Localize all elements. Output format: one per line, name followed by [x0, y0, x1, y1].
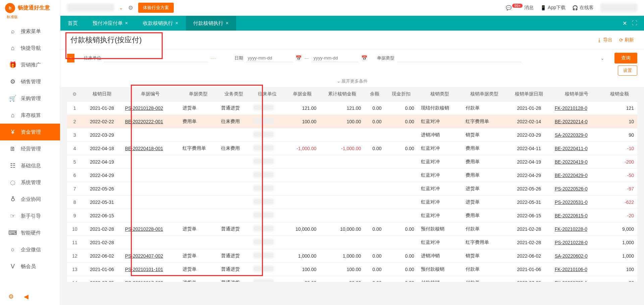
table-row[interactable]: 102021-02-28PS-20210228-001进货单普通进货10,000…: [67, 222, 637, 236]
writeoff-code-link[interactable]: BE-20220214-0: [551, 115, 602, 128]
expand-more-filters[interactable]: ⌄ 展开更多条件: [67, 76, 637, 87]
doc-code-link[interactable]: [122, 209, 179, 222]
doc-code-link[interactable]: [122, 236, 179, 249]
settings-button[interactable]: 设置: [618, 66, 637, 76]
doc-code-link[interactable]: PS-20210128-002: [122, 101, 179, 115]
sidebar-item[interactable]: ○企业微信: [0, 241, 60, 258]
doctype-input[interactable]: [397, 54, 521, 62]
tab[interactable]: 首页: [60, 16, 85, 31]
doc-code-link[interactable]: PS-20220407-002: [122, 249, 179, 263]
writeoff-code-link[interactable]: SA-20220602-0: [551, 249, 602, 263]
tab-close-all-icon[interactable]: ✕: [623, 20, 627, 27]
org-dropdown-icon[interactable]: ⌄: [119, 5, 123, 10]
date-to-input[interactable]: [312, 54, 359, 62]
sidebar-settings-icon[interactable]: ⚙: [8, 293, 14, 300]
doc-code-link[interactable]: BE-20220418-001: [122, 142, 179, 155]
tab-close-icon[interactable]: ✕: [175, 21, 178, 26]
column-header[interactable]: 现金折扣: [385, 87, 418, 101]
refresh-button[interactable]: ⟳ 刷新: [619, 37, 634, 43]
writeoff-code-link[interactable]: FK-20220725-1: [551, 276, 602, 282]
sidebar-item[interactable]: ◌系统管理: [0, 174, 60, 191]
table-row[interactable]: 42022-04-18BE-20220418-001红字费用单往来费用-1,00…: [67, 142, 637, 155]
app-download-button[interactable]: 📱 App下载: [540, 5, 566, 11]
writeoff-code-link[interactable]: SA-20220329-0: [551, 128, 602, 142]
column-header[interactable]: 往来单位: [250, 87, 284, 101]
column-header[interactable]: 余额: [364, 87, 385, 101]
table-row[interactable]: 82022-05-31红蓝对冲进货单2022-05-31PS-20220531-…: [67, 195, 637, 209]
column-header[interactable]: 核销单据号: [551, 87, 602, 101]
table-row[interactable]: 72022-05-26红蓝对冲进货单2022-05-26PS-20220526-…: [67, 182, 637, 195]
column-header[interactable]: 核销金额: [602, 87, 637, 101]
column-header[interactable]: 核销单据类型: [462, 87, 507, 101]
sidebar-item[interactable]: ⌂库存核算: [0, 107, 60, 124]
filter-collapse-icon[interactable]: ⌄: [600, 55, 604, 61]
table-row[interactable]: 132021-01-06PS-20210101-101进货单普通进货100.00…: [67, 263, 637, 276]
doc-code-link[interactable]: PS-20210817-002: [122, 276, 179, 282]
writeoff-code-link[interactable]: BE-20220615-0: [551, 209, 602, 222]
table-row[interactable]: 122022-06-02PS-20220407-002进货单普通进货1,000.…: [67, 249, 637, 263]
sidebar-item[interactable]: ☞新手引导: [0, 208, 60, 224]
doc-code-link[interactable]: [122, 169, 179, 182]
calendar-icon[interactable]: 📅: [361, 55, 368, 61]
sidebar-item[interactable]: 🎁营销推广: [0, 56, 60, 73]
column-header[interactable]: 单据金额: [284, 87, 320, 101]
writeoff-code-link[interactable]: PS-20220531-0: [551, 195, 602, 209]
column-header[interactable]: 业务类型: [218, 87, 250, 101]
sidebar-item[interactable]: ⌂快捷导航: [0, 40, 60, 56]
sidebar-collapse-icon[interactable]: ◀: [24, 293, 29, 300]
org-settings-icon[interactable]: ⚙: [128, 4, 133, 11]
writeoff-code-link[interactable]: BE-20220429-0: [551, 169, 602, 182]
column-header[interactable]: 单据类型: [179, 87, 218, 101]
writeoff-code-link[interactable]: FK-20210128-0: [551, 101, 602, 115]
doc-code-link[interactable]: [122, 182, 179, 195]
tab-close-icon[interactable]: ✕: [225, 21, 229, 26]
sidebar-item[interactable]: ♁企业协同: [0, 191, 60, 208]
writeoff-code-link[interactable]: PS-20210228-0: [551, 236, 602, 249]
sidebar-item[interactable]: ☷基础信息: [0, 157, 60, 174]
column-header[interactable]: 单据编号: [122, 87, 179, 101]
sidebar-item[interactable]: V畅会员: [0, 258, 60, 275]
sidebar-item[interactable]: ⌨智能硬件: [0, 224, 60, 241]
table-row[interactable]: 22022-02-22BE-20220222-001费用单往来费用100.001…: [67, 115, 637, 128]
writeoff-code-link[interactable]: BE-20220411-0: [551, 142, 602, 155]
doc-code-link[interactable]: PS-20210101-101: [122, 263, 179, 276]
sidebar-item[interactable]: ¥资金管理: [0, 124, 60, 140]
table-row[interactable]: 62022-04-29红蓝对冲费用单2022-04-29BE-20220429-…: [67, 169, 637, 182]
table-row[interactable]: 112021-02-28红蓝对冲红字费用单2021-02-28PS-202102…: [67, 236, 637, 249]
partner-lookup-icon[interactable]: ···: [211, 56, 216, 61]
messages-button[interactable]: 💬 99+ 消息: [506, 5, 534, 11]
partner-input[interactable]: [104, 54, 208, 62]
writeoff-code-link[interactable]: BE-20220419-0: [551, 155, 602, 169]
sidebar-item[interactable]: ⚙销售管理: [0, 73, 60, 90]
column-header[interactable]: 核销日期: [82, 87, 121, 101]
doc-code-link[interactable]: [122, 155, 179, 169]
data-table-scroll[interactable]: 核销日期单据编号单据类型业务类型往来单位单据金额累计核销金额余额现金折扣核销类型…: [67, 87, 637, 282]
trial-button[interactable]: 体验行业方案: [138, 3, 174, 13]
filter-expand-toggle[interactable]: »: [67, 54, 74, 62]
column-header[interactable]: 核销类型: [418, 87, 462, 101]
table-row[interactable]: 12021-01-28PS-20210128-002进货单普通进货121.001…: [67, 101, 637, 115]
export-button[interactable]: ⭳ 导出: [597, 37, 612, 43]
writeoff-code-link[interactable]: PS-20220526-0: [551, 182, 602, 195]
table-row[interactable]: 32022-03-29进销冲销销货单2022-03-29SA-20220329-…: [67, 128, 637, 142]
date-from-input[interactable]: [246, 54, 293, 62]
column-header[interactable]: 累计核销金额: [320, 87, 364, 101]
doc-code-link[interactable]: [122, 128, 179, 142]
doc-code-link[interactable]: PS-20210228-001: [122, 222, 179, 236]
tab[interactable]: 预付冲应付单✕: [85, 16, 136, 31]
table-row[interactable]: 52022-04-19红蓝对冲费用单2022-04-19BE-20220419-…: [67, 155, 637, 169]
sidebar-item[interactable]: 🛒采购管理: [0, 90, 60, 107]
writeoff-code-link[interactable]: FK-20210228-0: [551, 222, 602, 236]
support-button[interactable]: 🎧 在线客: [572, 5, 594, 11]
column-header[interactable]: 核销单据日期: [507, 87, 551, 101]
fullscreen-icon[interactable]: ⛶: [632, 20, 637, 26]
table-row[interactable]: 142022-07-25PS-20210817-002进货单普通进货20.002…: [67, 276, 637, 282]
sidebar-item[interactable]: 🗎经营管理: [0, 140, 60, 157]
table-settings-icon[interactable]: [67, 87, 82, 101]
doc-code-link[interactable]: [122, 195, 179, 209]
writeoff-code-link[interactable]: FK-20210106-0: [551, 263, 602, 276]
tab[interactable]: 付款核销执行✕: [186, 16, 236, 31]
query-button[interactable]: 查询: [614, 53, 637, 63]
tab-close-icon[interactable]: ✕: [125, 21, 128, 26]
doc-code-link[interactable]: BE-20220222-001: [122, 115, 179, 128]
